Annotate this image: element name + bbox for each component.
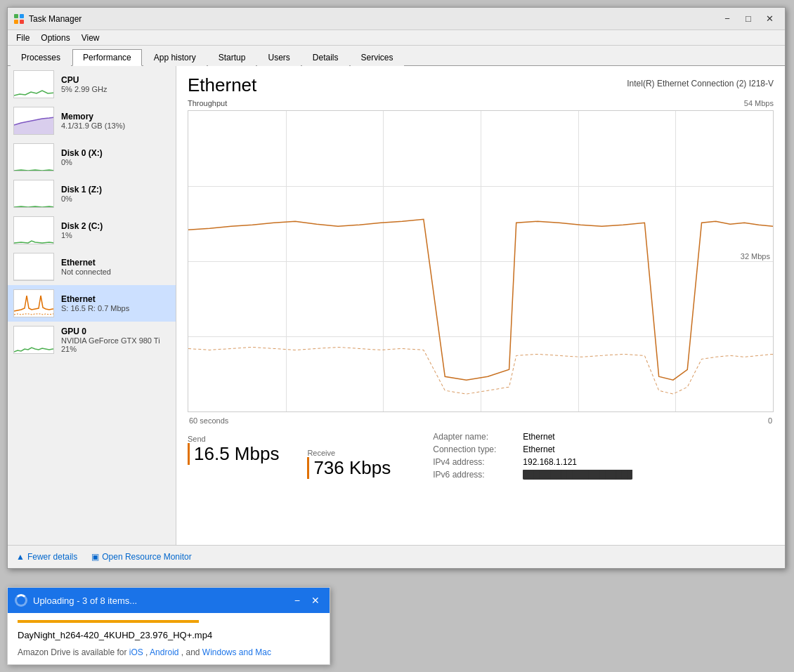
ipv6-value: ████████████████████ <box>523 470 632 480</box>
tab-startup[interactable]: Startup <box>208 49 256 66</box>
maximize-button[interactable]: □ <box>738 11 758 27</box>
window-controls: − □ ✕ <box>717 11 779 27</box>
tab-performance[interactable]: Performance <box>72 49 142 66</box>
time-start-label: 60 seconds <box>189 416 228 425</box>
time-end-label: 0 <box>768 416 772 425</box>
ethernet-nc-sub: Not connected <box>61 268 170 276</box>
upload-notification: Uploading - 3 of 8 items... − ✕ DayNight… <box>7 587 330 665</box>
disk0-thumbnail <box>13 143 54 171</box>
disk2-thumbnail <box>13 216 54 244</box>
cpu-thumbnail <box>13 70 54 98</box>
tab-details[interactable]: Details <box>302 49 349 66</box>
svg-rect-0 <box>14 14 18 18</box>
tab-users[interactable]: Users <box>257 49 300 66</box>
tab-app-history[interactable]: App history <box>143 49 207 66</box>
ethernet-active-name: Ethernet <box>61 294 170 304</box>
adapter-name-key: Adapter name: <box>433 432 517 442</box>
upload-windows-mac-link[interactable]: Windows and Mac <box>202 647 271 657</box>
tab-services[interactable]: Services <box>351 49 404 66</box>
chart-time-labels: 60 seconds 0 <box>188 416 774 425</box>
sidebar-item-disk0[interactable]: Disk 0 (X:) 0% <box>8 139 176 176</box>
svg-rect-2 <box>14 20 18 24</box>
ethernet-chart: 32 Mbps <box>188 110 774 412</box>
main-panel: Ethernet Intel(R) Ethernet Connection (2… <box>176 66 785 545</box>
upload-body: DayNight_h264-420_4KUHD_23.976_HQ+.mp4 A… <box>8 613 330 664</box>
disk1-name: Disk 1 (Z:) <box>61 185 170 195</box>
panel-title: Ethernet <box>188 74 256 96</box>
upload-close-button[interactable]: ✕ <box>308 593 323 607</box>
disk1-thumbnail <box>13 180 54 208</box>
upload-ios-link[interactable]: iOS <box>129 647 143 657</box>
sidebar-item-cpu[interactable]: CPU 5% 2.99 GHz <box>8 66 176 103</box>
receive-label: Receive <box>307 449 391 457</box>
disk2-sub: 1% <box>61 231 170 239</box>
sidebar-item-ethernet-active[interactable]: Ethernet S: 16.5 R: 0.7 Mbps <box>8 285 176 322</box>
sidebar: CPU 5% 2.99 GHz Memory 4.1/31.9 GB (13%) <box>8 66 176 545</box>
upload-title: Uploading - 3 of 8 items... <box>33 595 292 606</box>
disk1-sub: 0% <box>61 195 170 203</box>
adapter-name-row: Adapter name: Ethernet <box>433 432 632 442</box>
gpu-sub: NVIDIA GeForce GTX 980 Ti <box>61 336 170 345</box>
ethernet-active-sub: S: 16.5 R: 0.7 Mbps <box>61 304 170 312</box>
open-resource-monitor-link[interactable]: ▣ Open Resource Monitor <box>91 552 191 562</box>
fewer-details-link[interactable]: ▲ Fewer details <box>16 552 77 562</box>
stats-values: Send 16.5 Mbps Receive 736 Kbps <box>188 435 391 479</box>
stats-section: Send 16.5 Mbps Receive 736 Kbps Adapter … <box>188 432 774 480</box>
sidebar-item-disk1[interactable]: Disk 1 (Z:) 0% <box>8 176 176 212</box>
sidebar-item-gpu[interactable]: GPU 0 NVIDIA GeForce GTX 980 Ti 21% <box>8 322 176 358</box>
sidebar-item-ethernet-nc[interactable]: Ethernet Not connected <box>8 249 176 285</box>
memory-sub: 4.1/31.9 GB (13%) <box>61 121 170 130</box>
menu-view[interactable]: View <box>76 32 105 44</box>
close-button[interactable]: ✕ <box>760 11 779 27</box>
ethernet-active-thumbnail <box>13 289 54 317</box>
ethernet-nc-name: Ethernet <box>61 258 170 268</box>
upload-spinner-icon <box>15 594 27 607</box>
ipv4-row: IPv4 address: 192.168.1.121 <box>433 457 632 467</box>
panel-subtitle: Intel(R) Ethernet Connection (2) I218-V <box>627 79 774 88</box>
memory-name: Memory <box>61 112 170 121</box>
upload-and: , and <box>181 647 202 657</box>
receive-value: 736 Kbps <box>307 457 391 479</box>
throughput-label: Throughput <box>188 99 227 107</box>
gpu-sub2: 21% <box>61 345 170 353</box>
upload-header: Uploading - 3 of 8 items... − ✕ <box>8 588 330 613</box>
panel-header: Ethernet Intel(R) Ethernet Connection (2… <box>188 74 774 96</box>
tab-processes[interactable]: Processes <box>11 49 71 66</box>
ipv6-key: IPv6 address: <box>433 470 517 480</box>
gpu-name: GPU 0 <box>61 327 170 336</box>
upload-message: Amazon Drive is available for iOS , Andr… <box>18 647 320 657</box>
connection-type-key: Connection type: <box>433 444 517 454</box>
title-bar: Task Manager − □ ✕ <box>8 8 785 30</box>
minimize-button[interactable]: − <box>717 11 737 27</box>
menu-file[interactable]: File <box>11 32 35 44</box>
chevron-up-icon: ▲ <box>16 552 25 562</box>
window-title: Task Manager <box>29 14 717 24</box>
sidebar-item-disk2[interactable]: Disk 2 (C:) 1% <box>8 212 176 249</box>
cpu-sub: 5% 2.99 GHz <box>61 85 170 93</box>
resource-monitor-icon: ▣ <box>91 552 99 562</box>
ipv4-value: 192.168.1.121 <box>523 457 577 467</box>
send-block: Send 16.5 Mbps <box>188 435 279 479</box>
adapter-info: Adapter name: Ethernet Connection type: … <box>433 432 632 480</box>
disk0-name: Disk 0 (X:) <box>61 148 170 158</box>
upload-minimize-button[interactable]: − <box>292 593 303 607</box>
upload-message-prefix: Amazon Drive is available for <box>18 647 129 657</box>
max-speed-label: 54 Mbps <box>744 99 774 109</box>
open-resource-monitor-label: Open Resource Monitor <box>102 552 191 562</box>
disk0-sub: 0% <box>61 158 170 166</box>
menu-options[interactable]: Options <box>35 32 75 44</box>
svg-rect-1 <box>20 14 24 18</box>
upload-controls: − ✕ <box>292 593 323 607</box>
gpu-thumbnail <box>13 326 54 354</box>
svg-rect-3 <box>20 20 24 24</box>
menu-bar: File Options View <box>8 30 785 46</box>
adapter-name-value: Ethernet <box>523 432 554 442</box>
sidebar-item-memory[interactable]: Memory 4.1/31.9 GB (13%) <box>8 103 176 139</box>
upload-android-link[interactable]: Android <box>150 647 178 657</box>
ethernet-nc-thumbnail <box>13 253 54 281</box>
app-icon <box>13 13 25 25</box>
send-label: Send <box>188 435 279 443</box>
fewer-details-label: Fewer details <box>27 552 77 562</box>
cpu-name: CPU <box>61 75 170 85</box>
footer: ▲ Fewer details ▣ Open Resource Monitor <box>8 545 785 567</box>
